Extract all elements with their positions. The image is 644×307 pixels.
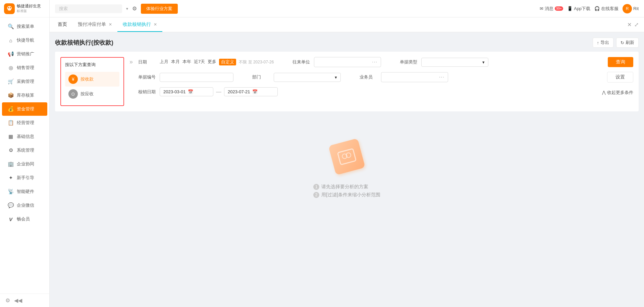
filter-option-by-receivable[interactable]: ⊙ 按应收 [65,87,119,101]
tabbar-close-icon[interactable]: ✕ [627,21,632,28]
home-icon: ⌂ [7,37,14,44]
user-name: Rit [633,6,639,11]
empty-tip-2: 2 用[过滤]条件来缩小分析范围 [313,192,380,198]
doctype-label: 单据类型 [400,59,419,65]
settings-bottom-icon[interactable]: ⚙ [5,297,10,304]
docno-input[interactable] [160,73,233,82]
date-this-year[interactable]: 本年 [182,59,191,65]
inventory-icon: 📦 [7,92,14,99]
filter-fields: 日期 上月 本月 本年 近7天 更多 自定义 不限 至 2023-07-26 [138,57,633,106]
salesperson-select[interactable]: ··· [381,72,448,82]
counterparty-dots[interactable]: ··· [372,59,377,65]
sidebar-label-system: 系统管理 [17,147,34,153]
topbar: 搜索 ▾ ⚙ 体验行业方案 ✉ 消息 99+ 📱 App下载 🎧 在线客服 R … [50,0,644,17]
date-this-month[interactable]: 本月 [171,59,180,65]
filter-option-by-receipt[interactable]: ¥ 按收款 [65,72,119,87]
refresh-button[interactable]: ↻ 刷新 [616,38,639,48]
sidebar-item-wecom[interactable]: 💬 企业微信 [2,199,47,212]
sidebar-item-basicinfo[interactable]: ▦ 基础信息 [2,130,47,143]
svg-point-1 [8,9,11,11]
hardware-icon: 📡 [7,188,14,195]
tab-prepay-close[interactable]: ✕ [109,22,112,27]
sidebar-item-operations[interactable]: 📋 经营管理 [2,116,47,130]
marketing-icon: 📢 [7,51,14,57]
sidebar-label-marketing: 营销推广 [17,51,34,57]
settings-button[interactable]: 设置 [607,72,633,83]
filter-collapse-left[interactable]: » [129,57,133,106]
verifydate-start[interactable]: 2023-03-01 📅 [160,87,213,96]
svg-point-2 [8,7,9,8]
collapse-more-btn[interactable]: ⋀ 收起更多条件 [602,90,633,96]
tabbar-expand-icon[interactable]: ⤢ [634,21,639,28]
online-service-button[interactable]: 🎧 在线客服 [594,6,619,12]
sidebar-item-newguide[interactable]: ✦ 新手引导 [2,171,47,185]
page-inner: 收款核销执行(按收款) ↑ 导出 ↻ 刷新 按以下方案查询 [50,32,644,230]
date-last-month[interactable]: 上月 [160,59,168,65]
sidebar-item-marketing[interactable]: 📢 营销推广 [2,47,47,61]
sidebar-item-purchase[interactable]: 🛒 采购管理 [2,75,47,88]
sidebar-item-finance[interactable]: 💰 资金管理 [2,102,47,116]
sidebar-item-search[interactable]: 🔍 搜索菜单 [2,20,47,33]
doctype-select[interactable]: ▾ [421,58,488,67]
logo-icon [4,3,15,14]
verifydate-end[interactable]: 2023-07-21 📅 [224,87,278,96]
tab-prepay[interactable]: 预付冲应付单 ✕ [72,17,117,32]
tab-receivable-label: 收款核销执行 [123,21,151,28]
cube-face [337,148,357,165]
salesperson-dots[interactable]: ··· [439,74,444,80]
tab-home[interactable]: 首页 [52,17,72,32]
export-button[interactable]: ↑ 导出 [593,38,614,48]
filter-row-1: 日期 上月 本月 本年 近7天 更多 自定义 不限 至 2023-07-26 [138,57,633,67]
filter-row-3: 核销日期 2023-03-01 📅 — 2023-07-21 📅 [138,87,633,96]
date-hint: 不限 至 2023-07-26 [239,59,274,65]
sidebar-label-collab: 企业协同 [17,161,34,167]
tab-receivable[interactable]: 收款核销执行 ✕ [117,17,162,32]
filter-panel-title: 按以下方案查询 [65,62,119,68]
solution-button[interactable]: 体验行业方案 [141,4,178,14]
dept-select[interactable]: ▾ [274,73,341,82]
date-custom-badge[interactable]: 自定义 [219,59,236,65]
docno-label: 单据编号 [138,74,157,80]
logo-area: 畅捷通好生意 标准版 [0,0,49,17]
tip-num-2: 2 [313,192,319,198]
salesperson-label: 业务员 [360,74,378,80]
page-content: 收款核销执行(按收款) ↑ 导出 ↻ 刷新 按以下方案查询 [50,32,644,307]
sidebar-item-quicknav[interactable]: ⌂ 快捷导航 [2,34,47,47]
sidebar-item-system[interactable]: ⚙ 系统管理 [2,144,47,157]
export-label: 导出 [600,40,609,46]
user-area[interactable]: R Rit [623,4,639,13]
sidebar-label-purchase: 采购管理 [17,79,34,85]
collapse-sidebar-icon[interactable]: ◀◀ [14,297,22,304]
date-more[interactable]: 更多 [208,59,216,65]
member-icon: V [7,216,14,222]
query-button[interactable]: 查询 [608,57,633,67]
receipt-icon: ¥ [68,74,78,84]
counterparty-select[interactable]: ··· [314,57,381,67]
sidebar-label-quicknav: 快捷导航 [17,37,34,43]
topbar-gear-icon[interactable]: ⚙ [132,5,137,12]
svg-point-3 [10,7,11,8]
doctype-chevron: ▾ [482,60,485,65]
page-actions: ↑ 导出 ↻ 刷新 [593,38,639,48]
sidebar-item-collab[interactable]: 🏢 企业协同 [2,157,47,171]
tab-receivable-close[interactable]: ✕ [154,22,157,27]
date-last-7[interactable]: 近7天 [194,59,205,65]
dept-label: 部门 [252,74,271,80]
sidebar-item-inventory[interactable]: 📦 库存核算 [2,89,47,102]
logo-badge: 标准版 [17,9,41,13]
sidebar-label-operations: 经营管理 [17,120,34,126]
newguide-icon: ✦ [7,174,14,181]
tip-text-2: 用[过滤]条件来缩小分析范围 [321,192,380,198]
export-icon: ↑ [597,40,599,45]
system-icon: ⚙ [7,147,14,154]
filter-counterparty-group: 往来单位 ··· [292,57,381,67]
sidebar-item-hardware[interactable]: 📡 智能硬件 [2,185,47,198]
purchase-icon: 🛒 [7,78,14,85]
tip-num-1: 1 [313,184,319,190]
service-label: 在线客服 [601,6,619,12]
sidebar-item-sales[interactable]: ◎ 销售管理 [2,61,47,74]
topbar-chevron-icon[interactable]: ▾ [126,6,128,11]
app-download-button[interactable]: 📱 App下载 [567,6,590,12]
sidebar-item-member[interactable]: V 畅会员 [2,212,47,226]
message-button[interactable]: ✉ 消息 99+ [540,6,563,12]
